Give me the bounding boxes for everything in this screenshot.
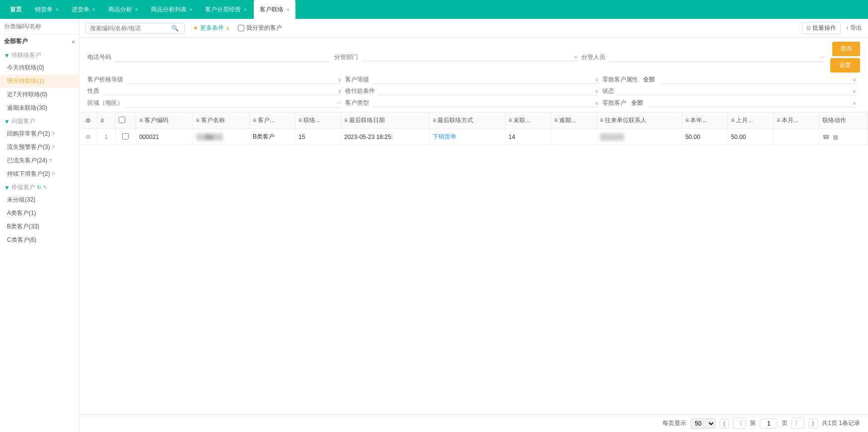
filter-retail-customer: 零散客户 全部 ∨ xyxy=(602,99,860,107)
table-row: ⚙ 1 000021 Ea B类客户 15 2023-05-23 18:25: … xyxy=(79,129,868,145)
nav-item-sales[interactable]: 销货单 × xyxy=(29,0,65,19)
close-icon[interactable]: × xyxy=(92,7,95,12)
sidebar-search-input[interactable] xyxy=(4,23,78,30)
close-icon[interactable]: × xyxy=(244,7,247,12)
col-gear-header: ⚙ xyxy=(79,112,97,129)
sidebar-item-tomorrow-pending[interactable]: 明天待联络(1) xyxy=(0,74,79,88)
sidebar-group-pending: ▼ 待联络客户 xyxy=(0,49,79,61)
dept-select[interactable]: ∨ xyxy=(361,53,577,61)
nav-item-goods-analysis-list[interactable]: 商品分析列表 × xyxy=(145,0,199,19)
export-btn[interactable]: ↑ 导出 xyxy=(846,24,862,32)
filter-price-level: 客户价格等级 ∨ xyxy=(87,75,345,84)
sidebar-item-c-class[interactable]: C类客户(6) xyxy=(0,233,79,247)
sidebar-item-churned[interactable]: 已流失客户(24) ? xyxy=(0,154,79,167)
chevron-left-icon: « xyxy=(72,38,75,45)
more-conditions-btn[interactable]: ▼ 更多条件 ∧ xyxy=(189,22,234,34)
action-icon-2[interactable]: ▦ xyxy=(833,134,838,141)
content-area: 🔍 ▼ 更多条件 ∧ 我分管的客户 ☑ 批量操作 ↑ 导出 xyxy=(79,19,868,432)
col-type-header: ≡ 客户... xyxy=(250,112,295,129)
row-this-month xyxy=(774,129,819,145)
next-page-btn[interactable]: 〉 xyxy=(792,418,804,429)
total-records-label: 共1页 1条记录 xyxy=(822,419,860,428)
phone-input[interactable] xyxy=(114,53,330,62)
close-icon[interactable]: × xyxy=(287,7,289,12)
sidebar-item-today-pending[interactable]: 今天待联络(0) xyxy=(0,61,79,74)
nav-item-customer-contact[interactable]: 客户联络 × xyxy=(254,0,295,19)
nav-item-purchase[interactable]: 进货单 × xyxy=(66,0,101,19)
nav-item-goods-analysis[interactable]: 商品分析 × xyxy=(102,0,144,19)
row-this-year: 50.00 xyxy=(682,129,728,145)
action-icon-1[interactable]: ☎ xyxy=(822,134,830,141)
col-checkbox-header xyxy=(115,112,136,129)
nav-item-home[interactable]: 首页 xyxy=(4,0,28,19)
filter-area: 区域（地区） ··· xyxy=(87,98,345,108)
filter-dept: 分管部门 ∨ xyxy=(334,53,581,62)
sidebar-all-customers[interactable]: 全部客户 « xyxy=(0,34,79,49)
filter-retail-attr: 零散客户属性 全部 ∨ xyxy=(602,75,860,84)
col-last-contact-method-header: ≡ 最后联络方式 xyxy=(430,112,506,129)
sidebar-item-repurchase-abnormal[interactable]: 回购异常客户(2) ? xyxy=(0,127,79,141)
settings-button[interactable]: 设置 xyxy=(830,58,860,72)
row-gear[interactable]: ⚙ xyxy=(79,129,97,145)
close-icon[interactable]: × xyxy=(56,7,59,12)
sidebar-item-ungrouped[interactable]: 未分组(32) xyxy=(0,193,79,207)
retail-attr-select[interactable]: ∨ xyxy=(660,76,856,84)
area-select[interactable]: ··· xyxy=(126,98,341,108)
page-number-input[interactable]: 1 xyxy=(760,419,778,429)
col-index-header: # xyxy=(97,112,115,129)
per-page-select[interactable]: 50 100 200 xyxy=(690,418,716,429)
my-customers-checkbox[interactable] xyxy=(238,25,244,31)
col-this-month-header: ≡ 本月... xyxy=(774,112,819,129)
col-unit-contact-header: ≡ 往来单位联系人 xyxy=(596,112,682,129)
filter-customer-type: 客户类型 ∨ xyxy=(345,99,603,107)
nav-item-customer-tier[interactable]: 客户分层经营 × xyxy=(199,0,253,19)
customer-table: ⚙ # ≡ 客户编码 ≡ 客户名称 ≡ 客户... ≡ 联络... ≡ 最后联络… xyxy=(79,112,868,145)
row-action[interactable]: ☎▦ xyxy=(819,129,868,145)
batch-operation-btn[interactable]: ☑ 批量操作 xyxy=(802,22,841,34)
close-icon[interactable]: × xyxy=(190,7,193,12)
col-code-header: ≡ 客户编码 xyxy=(136,112,193,129)
first-page-btn[interactable]: ⟨ xyxy=(720,419,729,429)
row-last-month: 50.00 xyxy=(728,129,774,145)
sidebar-item-7days-pending[interactable]: 近7天待联络(0) xyxy=(0,88,79,101)
sidebar-item-overdue-pending[interactable]: 逾期未联络(30) xyxy=(0,101,79,115)
filter-payment: 收付款条件 ∨ xyxy=(345,87,603,95)
customer-level-select[interactable]: ∨ xyxy=(372,76,599,84)
filter-gender: 性质 ∨ xyxy=(87,87,345,95)
query-button[interactable]: 查询 xyxy=(832,42,860,56)
close-icon[interactable]: × xyxy=(135,7,138,12)
per-page-label: 每页显示 xyxy=(662,419,686,428)
sidebar-item-a-class[interactable]: A类客户(1) xyxy=(0,207,79,220)
gender-select[interactable]: ∨ xyxy=(102,87,341,95)
price-level-select[interactable]: ∨ xyxy=(126,76,341,84)
sidebar-item-churn-warning[interactable]: 流失预警客户(3) ? xyxy=(0,141,79,154)
filter-row-3: 性质 ∨ 收付款条件 ∨ 状态 ∨ xyxy=(87,87,860,95)
customer-type-select[interactable]: ∨ xyxy=(372,99,599,107)
last-page-btn[interactable]: ⟩ xyxy=(808,419,818,429)
main-search-input[interactable] xyxy=(90,25,169,32)
sidebar-search-wrap: 🔍 xyxy=(0,19,79,34)
select-all-checkbox[interactable] xyxy=(119,117,125,123)
row-checkbox[interactable] xyxy=(115,129,136,145)
search-icon[interactable]: 🔍 xyxy=(171,25,179,32)
col-action-header: 联络动作 xyxy=(819,112,868,129)
retail-customer-select[interactable]: ∨ xyxy=(648,99,856,107)
sidebar-item-b-class[interactable]: B类客户(33) xyxy=(0,220,79,233)
status-select[interactable]: ∨ xyxy=(617,87,856,95)
prev-page-btn[interactable]: 〈 xyxy=(733,418,746,429)
table-area: ⚙ # ≡ 客户编码 ≡ 客户名称 ≡ 客户... ≡ 联络... ≡ 最后联络… xyxy=(79,112,868,414)
row-type: B类客户 xyxy=(250,129,295,145)
filter-customer-level: 客户等级 ∨ xyxy=(345,75,603,84)
col-name-header: ≡ 客户名称 xyxy=(193,112,249,129)
pagination-bar: 每页显示 50 100 200 ⟨ 〈 第 1 页 〉 ⟩ 共1页 1条记录 xyxy=(79,414,868,432)
top-nav: 首页 销货单 × 进货单 × 商品分析 × 商品分析列表 × 客户分层经营 × … xyxy=(0,0,868,19)
col-contacts-header: ≡ 联络... xyxy=(295,112,341,129)
col-this-year-header: ≡ 本年... xyxy=(682,112,728,129)
table-header-row: ⚙ # ≡ 客户编码 ≡ 客户名称 ≡ 客户... ≡ 联络... ≡ 最后联络… xyxy=(79,112,868,129)
payment-select[interactable]: ∨ xyxy=(378,87,599,95)
sidebar-item-declining[interactable]: 持续下滑客户(2) ? xyxy=(0,167,79,181)
row-last-contact-method[interactable]: 下销货单 xyxy=(430,129,506,145)
page-suffix-label: 页 xyxy=(782,419,788,428)
person-select[interactable]: ··· xyxy=(608,53,824,62)
action-buttons: 查询 设置 xyxy=(828,42,860,72)
